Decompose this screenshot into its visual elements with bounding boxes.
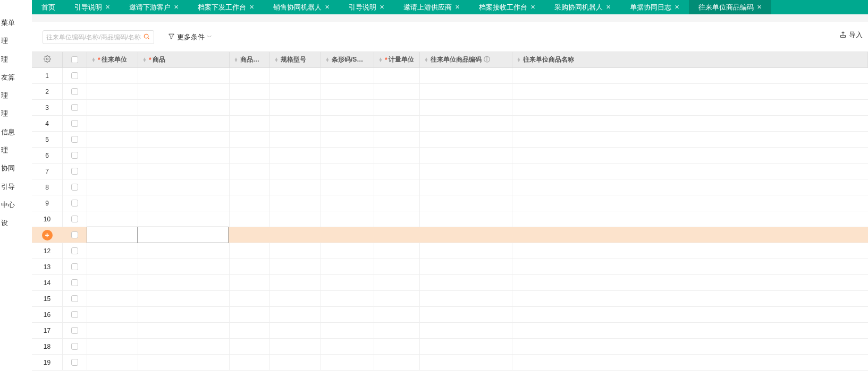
cell[interactable] [230, 132, 270, 147]
nav-item-5[interactable]: 理 [0, 105, 15, 123]
tab-8[interactable]: 采购协同机器人✕ [545, 0, 620, 14]
cell[interactable] [138, 68, 230, 83]
cell[interactable] [374, 339, 420, 354]
col-header-partner[interactable]: ▲▼ * 往来单位 [87, 52, 138, 67]
cell[interactable] [87, 132, 138, 147]
cell[interactable] [512, 339, 868, 354]
cell[interactable] [138, 100, 230, 115]
cell[interactable] [138, 148, 230, 163]
col-header-spec[interactable]: ▲▼ 规格型号 [270, 52, 321, 67]
cell[interactable] [270, 291, 321, 306]
table-row[interactable]: 2 [32, 84, 868, 100]
col-header-partner-code[interactable]: ▲▼ 往来单位商品编码 ⓘ [420, 52, 512, 67]
cell[interactable] [512, 148, 868, 163]
cell[interactable] [374, 84, 420, 99]
cell[interactable] [138, 307, 230, 322]
cell[interactable] [374, 307, 420, 322]
row-checkbox-cell[interactable] [63, 339, 87, 354]
cell[interactable] [512, 100, 868, 115]
tab-3[interactable]: 档案下发工作台✕ [188, 0, 264, 14]
cell[interactable] [373, 227, 419, 243]
cell[interactable] [420, 275, 512, 290]
cell[interactable] [270, 339, 321, 354]
cell[interactable] [270, 148, 321, 163]
cell[interactable] [419, 227, 511, 243]
cell[interactable] [321, 323, 374, 338]
cell[interactable] [87, 164, 138, 179]
cell[interactable] [137, 227, 229, 243]
cell[interactable] [420, 132, 512, 147]
grid-header-select-all[interactable] [63, 52, 87, 67]
cell[interactable] [138, 211, 230, 227]
cell[interactable] [230, 323, 270, 338]
cell[interactable] [374, 291, 420, 306]
cell[interactable] [270, 275, 321, 290]
cell[interactable] [230, 259, 270, 274]
table-row[interactable]: 16 [32, 307, 868, 323]
tab-10[interactable]: 往来单位商品编码✕ [689, 0, 771, 14]
tab-9[interactable]: 单据协同日志✕ [620, 0, 689, 14]
cell[interactable] [270, 84, 321, 99]
cell[interactable] [87, 195, 138, 211]
close-icon[interactable]: ✕ [249, 4, 254, 11]
cell[interactable] [87, 291, 138, 306]
cell[interactable] [321, 339, 374, 354]
row-checkbox-cell[interactable] [63, 164, 87, 179]
cell[interactable] [138, 339, 230, 354]
cell[interactable] [374, 132, 420, 147]
cell[interactable] [87, 259, 138, 274]
cell[interactable] [320, 227, 373, 243]
cell[interactable] [374, 195, 420, 211]
nav-item-1[interactable]: 理 [0, 32, 15, 50]
cell[interactable] [420, 323, 512, 338]
cell[interactable] [138, 195, 230, 211]
close-icon[interactable]: ✕ [675, 4, 679, 11]
tab-6[interactable]: 邀请上游供应商✕ [394, 0, 469, 14]
cell[interactable] [420, 100, 512, 115]
nav-item-4[interactable]: 理 [0, 87, 15, 105]
cell[interactable] [270, 323, 321, 338]
table-row[interactable]: 3 [32, 100, 868, 116]
cell[interactable] [270, 68, 321, 83]
table-row[interactable]: 12 [32, 243, 868, 259]
tab-4[interactable]: 销售协同机器人✕ [264, 0, 339, 14]
nav-item-8[interactable]: 协同 [0, 159, 15, 177]
more-filter-button[interactable]: 更多条件 ﹀ [168, 32, 212, 42]
cell[interactable] [321, 195, 374, 211]
cell[interactable] [321, 179, 374, 195]
row-checkbox-cell[interactable] [63, 100, 87, 115]
row-checkbox-cell[interactable] [63, 116, 87, 131]
search-box[interactable] [43, 30, 154, 44]
tab-5[interactable]: 引导说明✕ [339, 0, 394, 14]
table-row[interactable]: 9 [32, 195, 868, 211]
cell[interactable] [321, 259, 374, 274]
cell[interactable] [374, 243, 420, 259]
cell[interactable] [138, 275, 230, 290]
col-header-product-extra[interactable]: ▲▼ 商品… [230, 52, 270, 67]
cell[interactable] [87, 355, 138, 370]
cell[interactable] [87, 116, 138, 131]
cell[interactable] [138, 355, 230, 370]
cell[interactable] [374, 179, 420, 195]
table-row[interactable]: 5 [32, 132, 868, 148]
tab-1[interactable]: 引导说明✕ [65, 0, 120, 14]
cell[interactable] [270, 259, 321, 274]
table-row[interactable]: 4 [32, 116, 868, 132]
cell[interactable] [230, 355, 270, 370]
cell[interactable] [230, 164, 270, 179]
table-row[interactable]: 14 [32, 275, 868, 291]
nav-item-7[interactable]: 理 [0, 141, 15, 159]
cell[interactable] [321, 132, 374, 147]
table-row[interactable]: 15 [32, 291, 868, 307]
cell[interactable] [420, 148, 512, 163]
cell[interactable] [230, 275, 270, 290]
cell[interactable] [229, 227, 269, 243]
add-row-button[interactable]: + [42, 230, 53, 240]
nav-item-11[interactable]: 设 [0, 214, 15, 232]
cell[interactable] [420, 195, 512, 211]
row-checkbox-cell[interactable] [63, 323, 87, 338]
col-header-product[interactable]: ▲▼ * 商品 [138, 52, 230, 67]
cell[interactable] [230, 211, 270, 227]
row-checkbox-cell[interactable] [63, 132, 87, 147]
cell[interactable] [321, 148, 374, 163]
